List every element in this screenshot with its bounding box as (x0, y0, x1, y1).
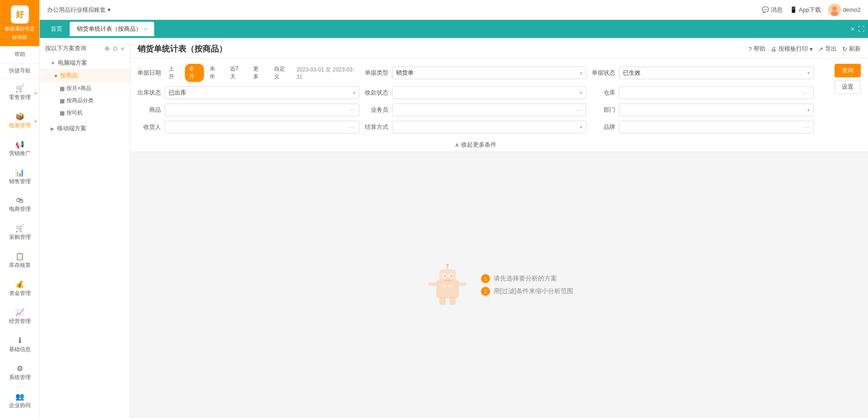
tab-home[interactable]: 首页 (43, 22, 70, 36)
sidebar-item-marketing[interactable]: 📢 营销推广 (0, 135, 39, 163)
sidebar-item-basic[interactable]: ℹ 基础信息 (0, 331, 39, 359)
refresh-label: 刷新 (849, 45, 861, 53)
add-solution-btn[interactable]: ⊕ (104, 45, 110, 52)
filter-area-inner: 单据日期 上月 本月 本年 近7天 更多 (130, 58, 868, 152)
export-btn[interactable]: ↗ 导出 (818, 45, 837, 53)
filter-department: 部门 ▾ (592, 104, 814, 116)
date-pill-this-year[interactable]: 本年 (206, 64, 224, 82)
salesperson-dots: ··· (576, 106, 583, 114)
minimize-btn[interactable]: × (851, 25, 854, 33)
print-btn[interactable]: 🖨 按模板打印 ▾ (771, 45, 813, 53)
filter-panel-left: 按以下方案查询 ⊕ ⊙ « ▼ 电脑端方案 ● 按商品 (40, 38, 130, 418)
empty-state: 1 请先选择要分析的方案 2 用[过滤]条件来缩小分析范围 (425, 260, 573, 311)
recipient-select[interactable]: ··· (165, 121, 359, 133)
collapse-btn[interactable]: ∧ 收起更多条件 (137, 138, 814, 152)
sidebar-search[interactable]: 帮助 (0, 46, 39, 63)
settings-solution-btn[interactable]: ⊙ (113, 45, 118, 52)
solution-sub-month-goods[interactable]: ▦ 按月+商品 (40, 82, 130, 95)
month-goods-label: 按月+商品 (66, 85, 91, 92)
tab-close-btn[interactable]: × (144, 27, 147, 32)
sidebar-item-cooperation[interactable]: 👥 企业协同 (0, 387, 39, 415)
retail-icon: 🛒 (15, 84, 24, 93)
sidebar-item-sales[interactable]: 📊 销售管理 (0, 163, 39, 191)
department-select[interactable]: ▾ (619, 104, 814, 116)
message-icon: 💬 (762, 6, 769, 13)
date-pill-this-month[interactable]: 本月 (185, 64, 203, 82)
basic-label: 基础信息 (9, 346, 31, 353)
doc-status-select[interactable]: 已生效 ▾ (619, 66, 814, 79)
sidebar-item-system[interactable]: ⚙ 系统管理 (0, 359, 39, 387)
page-title-row: 销货单统计表（按商品） ? 帮助 🖨 按模板打印 ▾ (137, 43, 861, 54)
industry-selector[interactable]: 办公用品行业模拟账套 ▾ (47, 6, 111, 14)
sidebar-quicknav[interactable]: 快捷导航 (0, 63, 39, 79)
basic-icon: ℹ (19, 336, 21, 345)
sidebar-item-purchase[interactable]: 🛒 采购管理 (0, 218, 39, 247)
settlement-select[interactable]: ▾ (392, 121, 587, 133)
app-download-btn[interactable]: 📱 App下载 (790, 6, 821, 14)
help-btn[interactable]: ? 帮助 (749, 45, 765, 53)
page-title: 销货单统计表（按商品） (137, 43, 227, 54)
out-status-chevron: ▾ (353, 90, 355, 95)
refresh-btn[interactable]: ↻ 刷新 (842, 45, 861, 53)
marketing-label: 营销推广 (9, 150, 31, 157)
department-chevron: ▾ (807, 108, 810, 113)
desktop-solution-header[interactable]: ▼ 电脑端方案 (40, 57, 130, 69)
empty-illustration (425, 260, 470, 311)
solution-sub-category[interactable]: ▦ 按商品分类 (40, 95, 130, 107)
filter-panel-label: 按以下方案查询 (45, 44, 86, 52)
brand-select[interactable]: ··· (619, 121, 814, 133)
solution-item-goods[interactable]: ● 按商品 (40, 69, 130, 82)
svg-point-7 (444, 275, 446, 277)
sidebar-item-finance[interactable]: 💰 资金管理 (0, 275, 39, 303)
solution-sub-driver[interactable]: ▦ 按司机 (40, 107, 130, 119)
month-goods-icon: ▦ (60, 86, 65, 92)
out-status-select[interactable]: 已出库 ▾ (165, 86, 359, 99)
sidebar: 好 畅捷通好生意 标准版 帮助 快捷导航 🛒 零售管理 📦 批发管理 📢 营销推… (0, 0, 40, 418)
filter-row-2: 出库状态 已出库 ▾ 收款状态 ▾ (137, 86, 814, 99)
robot-icon (425, 260, 470, 309)
sidebar-item-wholesale[interactable]: 📦 批发管理 (0, 107, 39, 135)
sidebar-item-management[interactable]: 📈 经营管理 (0, 303, 39, 331)
payment-status-select[interactable]: ▾ (392, 86, 587, 99)
search-label: 帮助 (14, 51, 25, 57)
filter-warehouse: 仓库 ··· (592, 86, 814, 99)
date-pill-more[interactable]: 更多 (249, 64, 268, 82)
sidebar-item-inventory[interactable]: 📋 库存核算 (0, 247, 39, 275)
out-status-value: 已出库 (169, 89, 186, 97)
mobile-solution-header[interactable]: ▶ 移动端方案 (40, 123, 130, 134)
maximize-btn[interactable]: ⛶ (858, 25, 864, 33)
query-btn[interactable]: 查询 (835, 64, 861, 77)
svg-point-2 (831, 11, 838, 16)
category-label: 按商品分类 (66, 97, 94, 104)
salesperson-select[interactable]: ··· (392, 104, 587, 116)
warehouse-select[interactable]: ··· (619, 86, 814, 99)
settlement-chevron: ▾ (580, 125, 582, 130)
date-pill-last-month[interactable]: 上月 (165, 64, 183, 82)
sidebar-item-retail[interactable]: 🛒 零售管理 (0, 79, 39, 107)
date-control: 上月 本月 本年 近7天 更多 自定义 2023-03-01 至 2023-03… (165, 64, 359, 82)
goods-select[interactable]: ··· (165, 104, 359, 116)
sidebar-item-ecommerce[interactable]: 🛍 电商管理 (0, 191, 39, 218)
sidebar-item-guide[interactable]: 🎯 新手引导 (0, 415, 39, 418)
user-info[interactable]: demo2 (828, 4, 861, 16)
filter-row-3: 商品 ··· 业务员 ··· (137, 104, 814, 116)
empty-hint-1-text: 请先选择要分析的方案 (494, 275, 557, 283)
message-btn[interactable]: 💬 消息 (762, 6, 783, 14)
date-pill-7days[interactable]: 近7天 (226, 64, 248, 82)
top-bar-left: 办公用品行业模拟账套 ▾ (47, 6, 111, 14)
doc-type-select[interactable]: 销货单 ▾ (392, 66, 587, 79)
wholesale-label: 批发管理 (9, 122, 31, 129)
filter-row-1: 单据日期 上月 本月 本年 近7天 更多 (137, 64, 814, 82)
salesperson-label: 业务员 (365, 106, 388, 114)
tab-active[interactable]: 销货单统计表（按商品） × (70, 22, 154, 36)
filter-recipient: 收货人 ··· (137, 121, 359, 133)
doc-status-chevron: ▾ (807, 71, 810, 76)
management-label: 经营管理 (9, 318, 31, 325)
brand-dots: ··· (803, 124, 810, 131)
date-pill-custom[interactable]: 自定义 (270, 64, 294, 82)
settings-btn[interactable]: 设置 (835, 80, 861, 94)
ecommerce-label: 电商管理 (9, 205, 31, 213)
svg-rect-16 (442, 285, 447, 287)
collapse-panel-btn[interactable]: « (121, 45, 124, 52)
mobile-solution-label: 移动端方案 (57, 124, 86, 133)
